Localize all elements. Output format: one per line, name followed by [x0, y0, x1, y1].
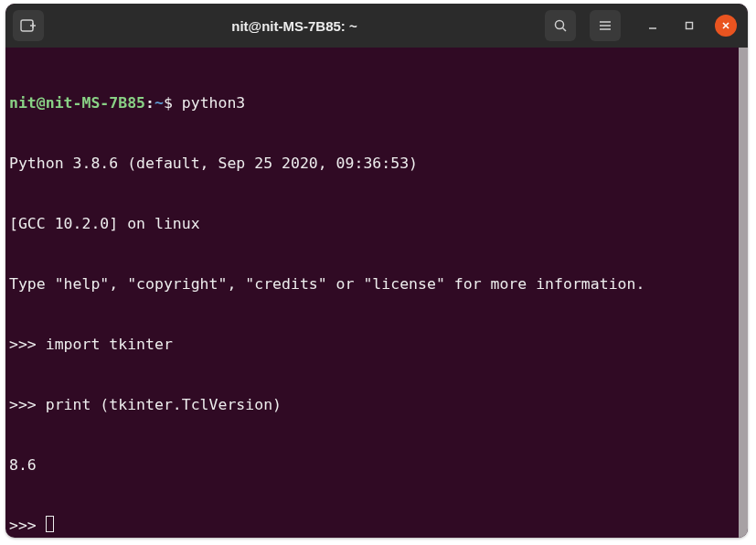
- minimize-button[interactable]: [642, 15, 664, 37]
- new-tab-icon: [20, 18, 37, 33]
- prompt-user-host: nit@nit-MS-7B85: [9, 94, 145, 112]
- output-line: Python 3.8.6 (default, Sep 25 2020, 09:3…: [9, 154, 744, 174]
- minimize-icon: [647, 20, 658, 31]
- terminal-body[interactable]: nit@nit-MS-7B85:~$ python3 Python 3.8.6 …: [5, 48, 748, 538]
- typed-command: python3: [182, 94, 246, 112]
- prompt-path: ~: [154, 94, 164, 112]
- cursor: [46, 516, 54, 532]
- maximize-button[interactable]: [678, 15, 700, 37]
- new-tab-button[interactable]: [13, 10, 44, 41]
- scrollbar[interactable]: [739, 48, 748, 538]
- terminal-window: nit@nit-MS-7B85: ~: [5, 4, 748, 538]
- close-icon: [720, 20, 731, 31]
- prompt-symbol: $: [164, 94, 182, 112]
- titlebar: nit@nit-MS-7B85: ~: [5, 4, 748, 48]
- output-line: [GCC 10.2.0] on linux: [9, 214, 744, 234]
- maximize-icon: [684, 20, 695, 31]
- repl-result: 8.6: [9, 455, 744, 476]
- menu-button[interactable]: [590, 10, 621, 41]
- window-controls: [642, 15, 737, 37]
- svg-rect-9: [687, 23, 693, 29]
- prompt-line: nit@nit-MS-7B85:~$ python3: [9, 93, 744, 113]
- repl-line: >>> import tkinter: [9, 335, 744, 355]
- repl-line: >>> print (tkinter.TclVersion): [9, 395, 744, 415]
- close-button[interactable]: [715, 15, 737, 37]
- titlebar-right: [545, 10, 740, 41]
- svg-line-4: [563, 28, 567, 32]
- output-line: Type "help", "copyright", "credits" or "…: [9, 274, 744, 294]
- titlebar-left: [13, 10, 44, 41]
- prompt-separator: :: [145, 94, 154, 112]
- window-title: nit@nit-MS-7B85: ~: [49, 18, 539, 34]
- search-icon: [553, 18, 568, 33]
- repl-prompt: >>>: [9, 516, 744, 536]
- hamburger-icon: [598, 19, 612, 32]
- search-button[interactable]: [545, 10, 576, 41]
- svg-point-3: [556, 21, 564, 29]
- repl-prompt-text: >>>: [9, 517, 46, 534]
